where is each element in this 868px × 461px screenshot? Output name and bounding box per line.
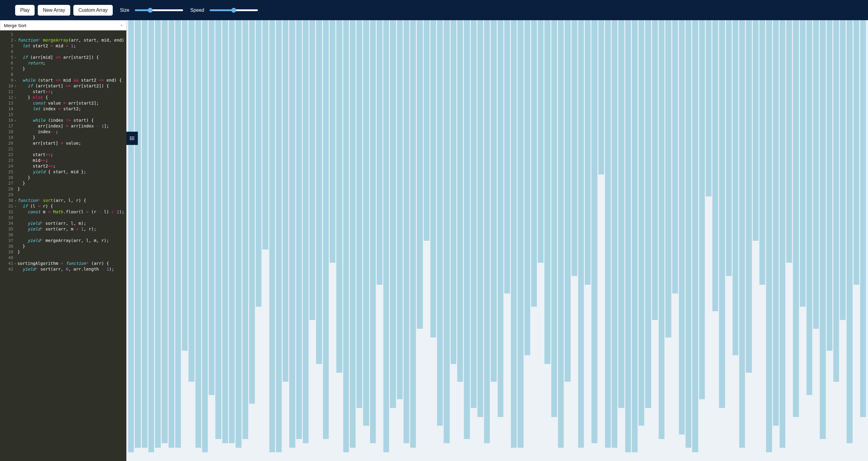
array-bar bbox=[854, 20, 859, 285]
line-number: 29 bbox=[1, 192, 13, 198]
array-bar bbox=[437, 20, 443, 426]
array-bar bbox=[840, 20, 846, 320]
fold-icon[interactable]: ▾ bbox=[15, 78, 16, 84]
code-line: while (index != start) { bbox=[18, 118, 124, 123]
line-number: 2▾ bbox=[1, 37, 13, 43]
array-bar bbox=[753, 20, 758, 241]
line-number: 7 bbox=[1, 66, 13, 72]
array-bar bbox=[316, 20, 322, 364]
array-bar bbox=[128, 20, 134, 452]
code-line: yield* sort(arr, 0, arr.length - 1); bbox=[18, 266, 124, 272]
code-line: yield* sort(arr, m + 1, r); bbox=[18, 226, 124, 232]
array-bar bbox=[236, 20, 241, 448]
code-line: return; bbox=[18, 60, 124, 66]
top-toolbar: Play New Array Custom Array Size Speed bbox=[0, 0, 868, 20]
line-number: 25 bbox=[1, 169, 13, 175]
array-bar bbox=[639, 20, 644, 426]
fold-icon[interactable]: ▾ bbox=[15, 38, 16, 43]
array-bar bbox=[598, 20, 604, 174]
line-number: 24 bbox=[1, 163, 13, 169]
array-bar bbox=[679, 20, 685, 434]
array-bar bbox=[525, 20, 530, 355]
code-line bbox=[18, 72, 124, 77]
array-bar bbox=[672, 20, 678, 294]
svg-point-3 bbox=[130, 137, 131, 137]
fold-icon[interactable]: ▾ bbox=[15, 84, 16, 89]
fold-icon[interactable]: ▾ bbox=[15, 204, 16, 209]
fold-icon[interactable]: ▾ bbox=[15, 95, 16, 101]
array-bar bbox=[578, 20, 584, 448]
code-line: if (arr[mid] <= arr[start2]) { bbox=[18, 55, 124, 60]
code-line: if (l < r) { bbox=[18, 203, 124, 209]
array-bar bbox=[565, 20, 570, 382]
code-line: } bbox=[18, 249, 124, 255]
array-bar bbox=[229, 20, 235, 443]
code-editor[interactable]: 12▾345▾6789▾10▾1112▾13141516▾17181920212… bbox=[0, 30, 126, 461]
line-number: 12▾ bbox=[1, 95, 13, 100]
line-number: 37 bbox=[1, 238, 13, 243]
array-bar bbox=[813, 20, 819, 329]
fold-icon[interactable]: ▾ bbox=[15, 118, 16, 124]
line-number: 33 bbox=[1, 215, 13, 221]
array-bar bbox=[330, 20, 335, 263]
main-area: Merge Sort ▾ 12▾345▾6789▾10▾1112▾1314151… bbox=[0, 20, 868, 461]
array-bar bbox=[276, 20, 282, 452]
svg-point-5 bbox=[130, 139, 131, 140]
array-bar bbox=[168, 20, 174, 448]
code-line: yield* mergeArray(arr, l, m, r); bbox=[18, 238, 124, 243]
code-line bbox=[18, 146, 124, 152]
line-number: 40 bbox=[1, 255, 13, 261]
array-bar bbox=[464, 20, 470, 439]
line-number: 20 bbox=[1, 140, 13, 146]
fold-icon[interactable]: ▾ bbox=[15, 261, 16, 267]
code-line: } bbox=[18, 66, 124, 72]
new-array-button[interactable]: New Array bbox=[38, 5, 70, 16]
array-bar bbox=[363, 20, 369, 426]
array-bar bbox=[243, 20, 248, 439]
array-bar bbox=[827, 20, 832, 351]
array-bar bbox=[800, 20, 806, 307]
array-bar bbox=[645, 20, 651, 408]
algorithm-select[interactable]: Merge Sort ▾ bbox=[0, 20, 126, 30]
array-bar bbox=[269, 20, 275, 452]
line-number: 41▾ bbox=[1, 261, 13, 266]
array-bar bbox=[746, 20, 752, 373]
fold-icon[interactable]: ▾ bbox=[15, 55, 16, 61]
array-bar bbox=[820, 20, 826, 439]
fold-icon[interactable]: ▾ bbox=[15, 198, 16, 204]
array-bar bbox=[591, 20, 597, 443]
size-slider[interactable] bbox=[135, 9, 183, 11]
array-bar bbox=[692, 20, 698, 452]
array-bar bbox=[202, 20, 208, 452]
line-number: 9▾ bbox=[1, 77, 13, 83]
array-bar bbox=[618, 20, 624, 408]
code-line bbox=[18, 232, 124, 238]
code-line: } else { bbox=[18, 95, 124, 100]
array-bar bbox=[545, 20, 550, 364]
custom-array-button[interactable]: Custom Array bbox=[73, 5, 113, 16]
speed-label: Speed bbox=[190, 7, 204, 13]
array-bar bbox=[551, 20, 557, 417]
line-number: 17 bbox=[1, 123, 13, 129]
line-number: 19 bbox=[1, 135, 13, 140]
code-panel: Merge Sort ▾ 12▾345▾6789▾10▾1112▾1314151… bbox=[0, 20, 126, 461]
array-bar bbox=[605, 20, 611, 448]
array-bar bbox=[249, 20, 255, 404]
speed-slider[interactable] bbox=[210, 9, 258, 11]
code-line bbox=[18, 192, 124, 198]
code-line: mid++; bbox=[18, 158, 124, 163]
code-line: let index = start2; bbox=[18, 106, 124, 112]
code-line: start++; bbox=[18, 89, 124, 95]
array-bar bbox=[484, 20, 490, 443]
array-bar bbox=[175, 20, 181, 448]
toggle-panel-button[interactable] bbox=[126, 132, 138, 145]
array-bar bbox=[162, 20, 167, 443]
line-number: 14 bbox=[1, 106, 13, 112]
array-bar bbox=[571, 20, 577, 276]
line-number: 32 bbox=[1, 209, 13, 215]
svg-point-4 bbox=[130, 138, 131, 139]
play-button[interactable]: Play bbox=[15, 5, 35, 16]
array-bar bbox=[538, 20, 544, 263]
array-bar bbox=[209, 20, 214, 395]
array-bar bbox=[444, 20, 450, 443]
